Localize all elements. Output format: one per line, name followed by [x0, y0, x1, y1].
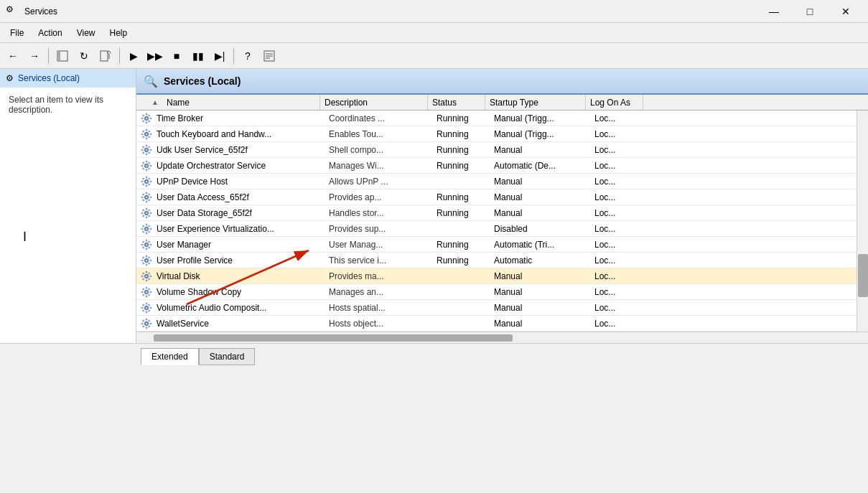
- row-icon: [139, 174, 154, 189]
- row-startup: Manual: [491, 192, 592, 202]
- menu-file[interactable]: File: [3, 27, 31, 39]
- toolbar-stop[interactable]: ■: [167, 46, 187, 66]
- toolbar-show-hide[interactable]: [52, 46, 73, 66]
- table-row[interactable]: Time Broker Coordinates ... Running Manu…: [136, 111, 857, 126]
- row-name: User Manager: [154, 240, 326, 250]
- toolbar-forward[interactable]: →: [24, 46, 45, 66]
- svg-rect-98: [146, 248, 147, 249]
- table-row[interactable]: Volume Shadow Copy Manages an... Manual …: [136, 284, 857, 300]
- svg-rect-122: [150, 276, 151, 277]
- table-row[interactable]: Virtual Disk Provides ma... Manual Loc..…: [136, 268, 857, 284]
- table-row[interactable]: User Data Access_65f2f Provides ap... Ru…: [136, 189, 857, 205]
- row-desc: This service i...: [326, 255, 434, 266]
- col-header-description[interactable]: Description: [320, 95, 428, 110]
- svg-rect-75: [146, 207, 147, 209]
- tab-extended[interactable]: Extended: [141, 348, 199, 365]
- gear-icon: [141, 271, 152, 282]
- toolbar-back[interactable]: ←: [3, 46, 23, 66]
- table-row[interactable]: Udk User Service_65f2f Shell compo... Ru…: [136, 142, 857, 158]
- svg-rect-113: [148, 262, 150, 264]
- svg-rect-157: [148, 325, 150, 327]
- svg-rect-71: [148, 193, 150, 195]
- toolbar: ← → ↻ ▶ ▶▶ ■ ▮▮ ▶| ?: [0, 43, 868, 69]
- table-row[interactable]: User Profile Service This service i... R…: [136, 253, 857, 268]
- table-row[interactable]: User Experience Virtualizatio... Provide…: [136, 221, 857, 237]
- toolbar-help[interactable]: ?: [238, 46, 258, 66]
- toolbar-pause[interactable]: ▮▮: [188, 46, 208, 66]
- svg-rect-86: [146, 223, 147, 225]
- svg-rect-44: [141, 165, 143, 166]
- maximize-button[interactable]: □: [793, 0, 826, 23]
- table-row[interactable]: UPnP Device Host Allows UPnP ... Manual …: [136, 174, 857, 189]
- menu-action[interactable]: Action: [31, 27, 69, 39]
- minimize-button[interactable]: —: [757, 0, 790, 23]
- toolbar-refresh[interactable]: ↻: [74, 46, 94, 66]
- svg-rect-109: [146, 263, 147, 265]
- svg-rect-111: [150, 260, 151, 261]
- row-startup: Manual: [491, 208, 592, 218]
- svg-point-139: [145, 291, 147, 293]
- svg-rect-143: [141, 307, 143, 309]
- close-button[interactable]: ✕: [829, 0, 862, 23]
- row-logon: Loc...: [592, 240, 649, 250]
- sidebar-item-services-local[interactable]: ⚙ Services (Local): [0, 69, 136, 88]
- row-logon: Loc...: [592, 303, 649, 313]
- svg-rect-92: [142, 230, 144, 233]
- svg-rect-24: [142, 130, 144, 132]
- toolbar-properties[interactable]: [259, 46, 279, 66]
- vertical-scrollbar[interactable]: [857, 111, 868, 332]
- description-pane: Select an item to view its description. …: [0, 88, 136, 343]
- svg-rect-12: [150, 118, 151, 119]
- svg-rect-64: [146, 192, 147, 193]
- col-header-logon[interactable]: Log On As: [586, 95, 643, 110]
- scroll-thumb[interactable]: [858, 254, 868, 297]
- svg-rect-103: [142, 246, 144, 248]
- row-logon: Loc...: [592, 161, 649, 171]
- svg-rect-15: [142, 120, 144, 122]
- svg-rect-59: [142, 183, 144, 185]
- horizontal-scrollbar[interactable]: [136, 332, 868, 343]
- row-startup: Automatic (De...: [491, 161, 592, 171]
- svg-rect-25: [148, 136, 150, 138]
- table-row[interactable]: Touch Keyboard and Handw... Enables Tou.…: [136, 126, 857, 142]
- svg-point-106: [145, 243, 147, 245]
- table-row[interactable]: Update Orchestrator Service Manages Wi..…: [136, 158, 857, 174]
- toolbar-sep-1: [48, 48, 49, 64]
- services-table: Time Broker Coordinates ... Running Manu…: [136, 111, 857, 332]
- table-row[interactable]: User Manager User Manag... Running Autom…: [136, 237, 857, 253]
- svg-rect-55: [141, 181, 143, 182]
- svg-rect-153: [146, 327, 147, 328]
- table-row[interactable]: User Data Storage_65f2f Handles stor... …: [136, 205, 857, 221]
- svg-rect-134: [142, 288, 144, 290]
- export-icon: [100, 50, 111, 62]
- content-wrapper: ⚙ Services (Local) Select an item to vie…: [0, 69, 868, 343]
- row-name: Time Broker: [154, 113, 326, 123]
- col-header-name[interactable]: Name: [162, 95, 320, 110]
- row-status: Running: [434, 113, 491, 123]
- row-desc: Provides ap...: [326, 192, 434, 202]
- svg-rect-88: [141, 228, 143, 230]
- svg-rect-34: [150, 149, 151, 151]
- toolbar-step-forward[interactable]: ▶|: [210, 46, 230, 66]
- toolbar-export[interactable]: [95, 46, 116, 66]
- table-row[interactable]: Volumetric Audio Composit... Hosts spati…: [136, 300, 857, 316]
- menu-view[interactable]: View: [70, 27, 103, 39]
- svg-rect-81: [142, 215, 144, 217]
- gear-icon: [141, 318, 152, 329]
- svg-rect-32: [146, 153, 147, 154]
- title-bar: ⚙ Services — □ ✕: [0, 0, 868, 23]
- tab-standard[interactable]: Standard: [199, 348, 256, 365]
- col-header-startup[interactable]: Startup Type: [485, 95, 586, 110]
- toolbar-play[interactable]: ▶: [123, 46, 144, 66]
- row-status: Running: [434, 240, 491, 250]
- svg-rect-148: [148, 304, 150, 306]
- svg-rect-43: [146, 169, 147, 170]
- row-startup: Manual (Trigg...: [491, 129, 592, 139]
- table-row[interactable]: WalletService Hosts object... Manual Loc…: [136, 316, 857, 332]
- col-header-status[interactable]: Status: [428, 95, 485, 110]
- svg-point-18: [145, 117, 147, 119]
- toolbar-skip-forward[interactable]: ▶▶: [145, 46, 165, 66]
- row-status: Running: [434, 192, 491, 202]
- h-scroll-thumb[interactable]: [154, 334, 513, 342]
- menu-help[interactable]: Help: [103, 27, 135, 39]
